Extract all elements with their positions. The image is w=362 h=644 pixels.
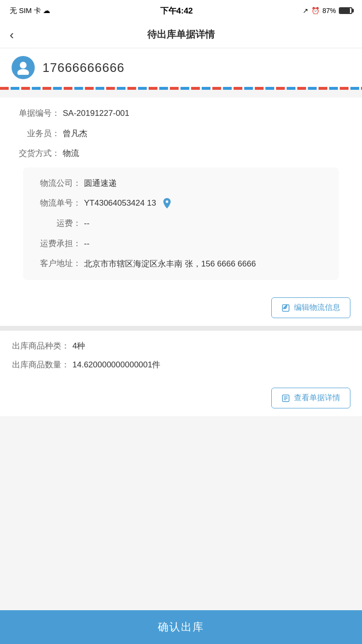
- order-no-value: SA-20191227-001: [63, 107, 350, 120]
- goods-types-row: 出库商品种类： 4种: [12, 340, 350, 351]
- logistics-address-row: 客户地址： 北京市市辖区海淀区永丰南 张，156 6666 6666: [33, 257, 329, 270]
- salesman-row: 业务员： 曾凡杰: [12, 127, 350, 140]
- logistics-company-row: 物流公司： 圆通速递: [33, 177, 329, 190]
- section-divider: [0, 326, 362, 331]
- svg-point-0: [20, 62, 27, 69]
- back-button[interactable]: ‹: [10, 28, 14, 41]
- goods-quantity-value: 14.620000000000001件: [72, 359, 160, 370]
- dashed-separator: [0, 87, 362, 90]
- order-no-label: 单据编号：: [12, 107, 60, 120]
- page-title: 待出库单据详情: [147, 28, 215, 41]
- delivery-value: 物流: [63, 147, 350, 160]
- logistics-tracking-value: YT43064053424 13: [84, 197, 329, 210]
- edit-icon: [281, 304, 290, 312]
- goods-types-value: 4种: [72, 340, 85, 351]
- empty-space: [0, 416, 362, 513]
- logistics-address-value: 北京市市辖区海淀区永丰南 张，156 6666 6666: [84, 257, 329, 270]
- list-icon: [281, 394, 290, 403]
- goods-section: 出库商品种类： 4种 出库商品数量： 14.620000000000001件: [0, 331, 362, 380]
- logistics-bearer-label: 运费承担：: [33, 238, 81, 250]
- sim-status: 无 SIM 卡 ☁: [10, 6, 50, 15]
- clock-icon: ⏰: [311, 7, 320, 14]
- status-left: 无 SIM 卡 ☁: [10, 6, 50, 15]
- status-time: 下午4:42: [160, 5, 193, 16]
- delivery-label: 交货方式：: [12, 147, 60, 160]
- location-icon-status: ↗: [303, 7, 308, 14]
- order-no-row: 单据编号： SA-20191227-001: [12, 107, 350, 120]
- logistics-freight-row: 运费： --: [33, 217, 329, 230]
- salesman-label: 业务员：: [12, 127, 60, 140]
- logistics-address-label: 客户地址：: [33, 257, 81, 270]
- user-header: 17666666666: [0, 48, 362, 87]
- view-details-button[interactable]: 查看单据详情: [271, 388, 350, 408]
- edit-logistics-label: 编辑物流信息: [294, 303, 340, 313]
- user-phone: 17666666666: [42, 60, 125, 75]
- nav-bar: ‹ 待出库单据详情: [0, 21, 362, 48]
- battery-icon: [339, 7, 352, 14]
- logistics-freight-label: 运费：: [33, 217, 81, 230]
- battery-level: 87%: [322, 7, 336, 14]
- logistics-tracking-label: 物流单号：: [33, 197, 81, 210]
- salesman-value: 曾凡杰: [63, 127, 350, 140]
- status-bar: 无 SIM 卡 ☁ 下午4:42 ↗ ⏰ 87%: [0, 0, 362, 21]
- logistics-company-label: 物流公司：: [33, 177, 81, 190]
- logistics-card: 物流公司： 圆通速递 物流单号： YT43064053424 13 运费： --…: [23, 168, 339, 280]
- logistics-company-value: 圆通速递: [84, 177, 329, 190]
- edit-logistics-button[interactable]: 编辑物流信息: [271, 297, 350, 318]
- status-right: ↗ ⏰ 87%: [303, 7, 352, 14]
- edit-btn-container: 编辑物流信息: [0, 290, 362, 326]
- view-btn-container: 查看单据详情: [0, 380, 362, 416]
- svg-point-1: [17, 69, 29, 75]
- logistics-bearer-value: --: [84, 238, 329, 250]
- goods-quantity-label: 出库商品数量：: [12, 359, 70, 370]
- order-info-section: 单据编号： SA-20191227-001 业务员： 曾凡杰 交货方式： 物流 …: [0, 98, 362, 290]
- logistics-freight-value: --: [84, 217, 329, 230]
- confirm-outbound-button[interactable]: 确认出库: [10, 620, 352, 634]
- map-pin-icon: [161, 197, 173, 210]
- avatar: [12, 56, 35, 79]
- delivery-row: 交货方式： 物流: [12, 147, 350, 160]
- confirm-btn-container: 确认出库: [0, 610, 362, 644]
- logistics-tracking-row: 物流单号： YT43064053424 13: [33, 197, 329, 210]
- view-details-label: 查看单据详情: [294, 393, 340, 403]
- person-icon: [16, 60, 30, 75]
- goods-quantity-row: 出库商品数量： 14.620000000000001件: [12, 359, 350, 370]
- logistics-bearer-row: 运费承担： --: [33, 238, 329, 250]
- goods-types-label: 出库商品种类：: [12, 340, 70, 351]
